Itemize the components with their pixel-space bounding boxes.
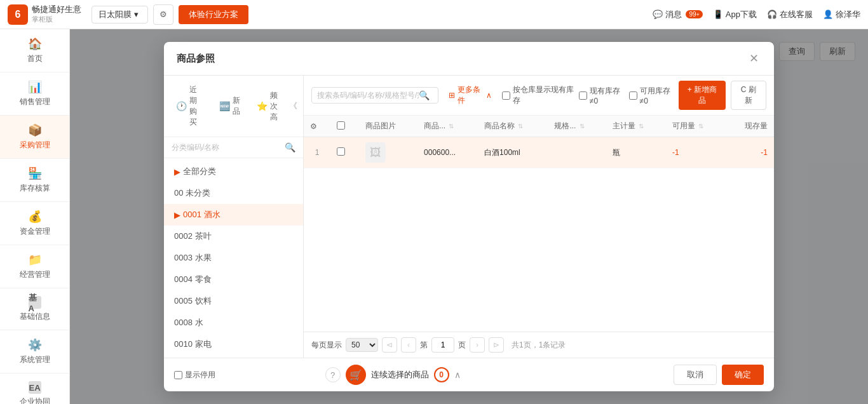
cancel-button[interactable]: 取消 — [674, 365, 717, 385]
row-num: 1 — [304, 137, 330, 168]
category-item-snacks[interactable]: 0004 零食 — [164, 269, 303, 290]
messages-label: 消息 — [665, 9, 682, 20]
category-item-tea[interactable]: 0002 茶叶 — [164, 226, 303, 247]
modal-body: 🕐 近期购买 🆕 新品 ⭐ 频次高 — [164, 76, 774, 358]
gear-button[interactable]: ⚙ — [153, 4, 173, 25]
usable-nonzero-check[interactable]: 可用库存≠0 — [629, 86, 674, 105]
available-nonzero-checkbox[interactable] — [579, 91, 587, 100]
messages-nav-item[interactable]: 💬 消息 99+ — [653, 9, 702, 20]
product-table-wrap: ⚙ 商品图片 商品... ⇅ — [304, 116, 774, 332]
sidebar-item-finance[interactable]: 💰 资金管理 — [0, 202, 69, 245]
messages-badge: 99+ — [686, 10, 702, 18]
modal-close-button[interactable]: ✕ — [746, 51, 761, 66]
category-item-liquor[interactable]: ▶ 0001 酒水 — [164, 204, 303, 226]
col-unit[interactable]: 主计量 ⇅ — [606, 116, 666, 137]
sidebar-item-sales[interactable]: 📊 销售管理 — [0, 72, 69, 116]
col-name[interactable]: 商品名称 ⇅ — [478, 116, 548, 137]
category-search-icon[interactable]: 🔍 — [285, 142, 295, 152]
sidebar-label-home: 首页 — [27, 53, 43, 64]
first-page-button[interactable]: ⊲ — [382, 337, 397, 353]
cart-button[interactable]: 🛒 — [346, 365, 366, 385]
col-settings: ⚙ — [304, 116, 330, 137]
sidebar-item-procurement[interactable]: 📦 采购管理 — [0, 116, 69, 159]
confirm-button[interactable]: 确定 — [722, 365, 764, 385]
sidebar-item-operations[interactable]: 📁 经营管理 — [0, 245, 69, 288]
user-nav-item[interactable]: 👤 徐泽华 — [823, 9, 860, 20]
page-number-input[interactable] — [431, 337, 454, 353]
frequent-button[interactable]: ⭐ 频次高 — [250, 81, 286, 131]
sidebar-label-enterprise: 企业协同 — [20, 396, 50, 404]
recent-purchase-button[interactable]: 🕐 近期购买 — [169, 81, 210, 131]
col-code[interactable]: 商品... ⇅ — [417, 116, 478, 137]
category-search-input[interactable] — [172, 143, 285, 152]
col-spec[interactable]: 规格... ⇅ — [548, 116, 606, 137]
category-item-water[interactable]: 0008 水 — [164, 312, 303, 333]
operations-icon: 📁 — [28, 253, 42, 267]
product-search-input[interactable] — [317, 91, 419, 100]
row-checkbox[interactable] — [337, 147, 345, 156]
system-icon: ⚙️ — [28, 338, 42, 352]
collapse-button[interactable]: 《 — [288, 98, 298, 114]
category-label-water: 0008 水 — [174, 317, 203, 328]
select-all-checkbox[interactable] — [337, 121, 345, 130]
row-checkbox-cell — [330, 137, 359, 168]
table-settings-icon[interactable]: ⚙ — [310, 122, 317, 131]
more-filter-button[interactable]: ⊞ 更多条件 ∧ — [444, 82, 497, 109]
logo-text-wrap: 畅捷通好生意 掌柜版 — [32, 4, 81, 25]
freq-icon: ⭐ — [257, 101, 268, 111]
row-available: -1 — [666, 137, 726, 168]
next-page-button[interactable]: › — [470, 337, 485, 353]
sidebar-item-inventory[interactable]: 🏪 库存核算 — [0, 159, 69, 202]
category-list: ▶ 全部分类 00 未分类 ▶ 0001 酒水 0002 茶 — [164, 158, 303, 358]
nav-right: 💬 消息 99+ 📱 App下载 🎧 在线客服 👤 徐泽华 — [653, 9, 860, 20]
image-placeholder-icon: 🖼 — [370, 146, 381, 159]
refresh-product-button[interactable]: C 刷新 — [731, 81, 766, 110]
chevron-up-icon-filter: ∧ — [486, 91, 492, 100]
show-disabled-check[interactable]: 显示停用 — [174, 370, 215, 380]
category-label-uncategorized: 00 未分类 — [174, 187, 210, 199]
col-stock: 现存量 — [726, 116, 774, 137]
online-service-nav-item[interactable]: 🎧 在线客服 — [767, 9, 813, 20]
category-item-appliances[interactable]: 0010 家电 — [164, 333, 303, 355]
modal-header: 商品参照 ✕ — [164, 42, 774, 76]
sidebar-item-enterprise[interactable]: EA 企业协同 — [0, 374, 69, 404]
add-product-button[interactable]: + 新增商品 — [679, 81, 725, 110]
category-item-all[interactable]: ▶ 全部分类 — [164, 161, 303, 182]
chevron-up-icon[interactable]: ∧ — [454, 370, 461, 380]
table-row[interactable]: 1 🖼 — [304, 137, 774, 168]
usable-nonzero-checkbox[interactable] — [629, 91, 637, 100]
trial-button[interactable]: 体验行业方案 — [179, 5, 248, 24]
logo-title: 畅捷通好生意 — [32, 4, 81, 15]
page-size-select[interactable]: 50 10 20 100 — [346, 338, 378, 352]
filter-btn-label: 更多条件 — [458, 84, 484, 106]
category-label-fruit: 0003 水果 — [174, 252, 212, 264]
app-download-nav-item[interactable]: 📱 App下载 — [713, 9, 757, 20]
warehouse-display-check[interactable]: 按仓库显示现有库存 — [502, 84, 574, 106]
sidebar-item-home[interactable]: 🏠 首页 — [0, 29, 69, 72]
show-disabled-checkbox[interactable] — [174, 371, 182, 379]
category-item-drinks[interactable]: 0005 饮料 — [164, 290, 303, 312]
category-item-uncategorized[interactable]: 00 未分类 — [164, 182, 303, 204]
modal-title: 商品参照 — [177, 53, 215, 65]
last-page-button[interactable]: ⊳ — [489, 337, 504, 353]
spec-sort-icon: ⇅ — [580, 123, 585, 130]
category-item-fruit[interactable]: 0003 水果 — [164, 247, 303, 269]
app-download-label: App下载 — [726, 9, 757, 20]
nav-selector[interactable]: 日太阳膜 ▾ — [92, 6, 148, 24]
new-icon: 🆕 — [219, 101, 230, 111]
available-sort-icon: ⇅ — [698, 123, 703, 130]
product-search-icon[interactable]: 🔍 — [419, 90, 430, 100]
sidebar-item-basic-info[interactable]: 基A 基础信息 — [0, 288, 69, 330]
col-available[interactable]: 可用量 ⇅ — [666, 116, 726, 137]
footer-right-buttons: 取消 确定 — [674, 365, 764, 385]
table-body: 1 🖼 — [304, 137, 774, 168]
prev-page-button[interactable]: ‹ — [401, 337, 416, 353]
warehouse-display-checkbox[interactable] — [502, 91, 510, 100]
help-button[interactable]: ? — [325, 367, 341, 382]
available-nonzero-check[interactable]: 现有库存≠0 — [579, 86, 624, 105]
basic-info-icon: 基A — [29, 296, 41, 309]
cart-icon: 🛒 — [349, 369, 362, 381]
sidebar-item-system[interactable]: ⚙️ 系统管理 — [0, 330, 69, 374]
sidebar-label-finance: 资金管理 — [20, 226, 50, 237]
new-product-button[interactable]: 🆕 新品 — [212, 81, 247, 131]
